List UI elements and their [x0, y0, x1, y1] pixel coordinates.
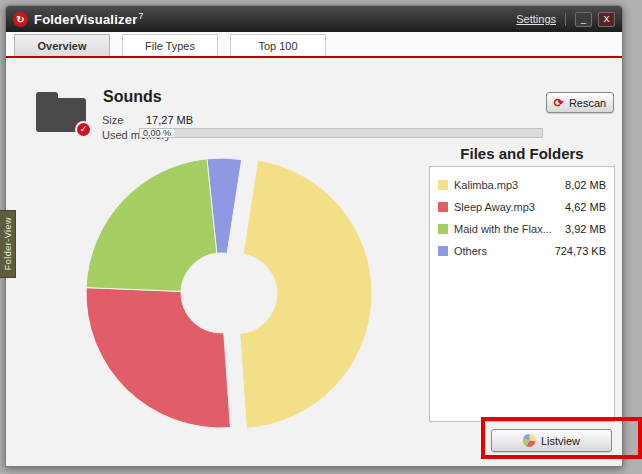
app-title: FolderVisualizer7 [34, 11, 144, 27]
minimize-button[interactable]: _ [575, 12, 592, 27]
file-list-item[interactable]: Others724,73 KB [438, 240, 606, 262]
app-title-text: FolderVisualizer [34, 12, 137, 27]
file-name: Sleep Away.mp3 [454, 201, 559, 213]
legend-swatch [438, 202, 448, 212]
listview-button[interactable]: Listview [491, 429, 612, 452]
close-button[interactable]: X [598, 12, 615, 27]
titlebar-divider [565, 13, 566, 26]
used-memory-value: 0,00 % [140, 129, 174, 137]
file-name: Others [454, 245, 549, 257]
file-list-item[interactable]: Kalimba.mp38,02 MB [438, 174, 606, 196]
files-panel-title: Files and Folders [429, 145, 615, 162]
tab-bar: OverviewFile TypesTop 100 [6, 32, 622, 58]
file-name: Maid with the Flax... [454, 223, 559, 235]
listview-label: Listview [541, 435, 580, 447]
pie-slice-sleep-away-mp3[interactable] [86, 288, 230, 428]
folder-icon: ✓ [36, 98, 86, 132]
file-list-item[interactable]: Sleep Away.mp34,62 MB [438, 196, 606, 218]
file-size: 3,92 MB [565, 223, 606, 235]
size-label: Size [102, 114, 123, 126]
tab-top-100[interactable]: Top 100 [230, 34, 326, 56]
rescan-icon: ⟳ [554, 97, 564, 109]
tab-overview[interactable]: Overview [14, 34, 110, 56]
donut-chart [46, 144, 426, 444]
file-size: 4,62 MB [565, 201, 606, 213]
file-name: Kalimba.mp3 [454, 179, 559, 191]
app-logo-icon: ↻ [13, 12, 28, 27]
sidebar-tab-folder-view[interactable]: Folder-View [0, 210, 16, 278]
title-bar: ↻ FolderVisualizer7 Settings _ X [6, 6, 622, 32]
folder-title: Sounds [103, 88, 162, 106]
rescan-button[interactable]: ⟳ Rescan [546, 92, 614, 113]
settings-link[interactable]: Settings [516, 13, 556, 25]
pie-slice-kalimba-mp3[interactable] [240, 160, 372, 428]
pie-slice-maid-with-the-flax[interactable] [86, 159, 217, 292]
files-panel: Kalimba.mp38,02 MBSleep Away.mp34,62 MBM… [429, 166, 615, 422]
pie-icon [523, 434, 536, 447]
file-size: 724,73 KB [555, 245, 606, 257]
app-window: ↻ FolderVisualizer7 Settings _ X Overvie… [5, 5, 623, 467]
rescan-label: Rescan [569, 97, 606, 109]
size-value: 17,27 MB [146, 114, 193, 126]
file-list-item[interactable]: Maid with the Flax...3,92 MB [438, 218, 606, 240]
legend-swatch [438, 246, 448, 256]
sidebar-tab-label: Folder-View [3, 217, 13, 270]
legend-swatch [438, 180, 448, 190]
app-version: 7 [138, 11, 143, 21]
file-size: 8,02 MB [565, 179, 606, 191]
legend-swatch [438, 224, 448, 234]
used-memory-bar: 0,00 % [139, 128, 543, 138]
check-badge-icon: ✓ [75, 121, 92, 138]
tab-file-types[interactable]: File Types [122, 34, 218, 56]
